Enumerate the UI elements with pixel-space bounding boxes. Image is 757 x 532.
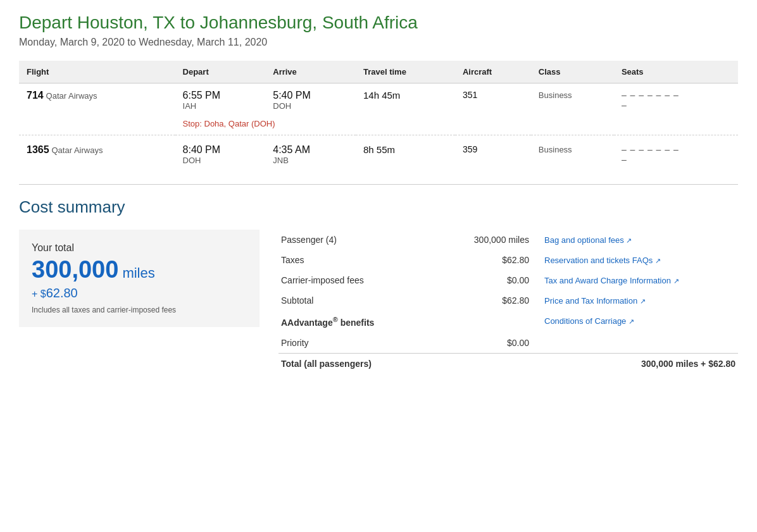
miles-label: miles <box>122 265 154 281</box>
cost-detail-table: Passenger (4) 300,000 miles Bag and opti… <box>278 230 738 374</box>
cost-row-total: Total (all passengers) 300,000 miles + $… <box>278 353 738 374</box>
stop-info-1: Stop: Doha, Qatar (DOH) <box>183 119 275 128</box>
travel-time-1: 14h 45m <box>356 84 455 118</box>
cost-layout: Your total 300,000 miles + $62.80 Includ… <box>19 230 738 374</box>
cost-label-benefits: AAdvantage® benefits <box>278 311 456 333</box>
external-link-icon <box>640 296 646 306</box>
cost-row-benefits-header: AAdvantage® benefits Conditions of Carri… <box>278 311 738 333</box>
class-2: Business <box>531 135 614 172</box>
external-link-icon <box>655 256 661 265</box>
cost-label-subtotal: Subtotal <box>278 290 456 311</box>
col-class: Class <box>531 61 614 84</box>
includes-note: Includes all taxes and carrier-imposed f… <box>32 306 241 314</box>
page-title: Depart Houston, TX to Johannesburg, Sout… <box>19 13 738 33</box>
travel-time-2: 8h 55m <box>356 135 455 172</box>
bag-fees-link[interactable]: Bag and optional fees <box>544 235 632 245</box>
cost-total-panel: Your total 300,000 miles + $62.80 Includ… <box>19 230 260 327</box>
cost-link-subtotal[interactable]: Price and Tax Information <box>532 290 738 311</box>
cost-amount-passenger: 300,000 miles <box>456 230 532 250</box>
cost-amount-priority: $0.00 <box>456 333 532 354</box>
col-aircraft: Aircraft <box>455 61 531 84</box>
cost-link-passenger[interactable]: Bag and optional fees <box>532 230 738 250</box>
cost-amount-subtotal: $62.80 <box>456 290 532 311</box>
cost-amount-carrier-fees: $0.00 <box>456 270 532 290</box>
cost-breakdown: Passenger (4) 300,000 miles Bag and opti… <box>278 230 738 374</box>
depart-cell-1: 6:55 PM IAH <box>175 84 266 118</box>
col-flight: Flight <box>19 61 175 84</box>
miles-row: 300,000 miles <box>32 256 241 283</box>
cost-row-priority: Priority $0.00 <box>278 333 738 354</box>
depart-cell-2: 8:40 PM DOH <box>175 135 266 172</box>
cost-row-passenger: Passenger (4) 300,000 miles Bag and opti… <box>278 230 738 250</box>
external-link-icon <box>629 316 634 326</box>
page-subtitle: Monday, March 9, 2020 to Wednesday, Marc… <box>19 37 738 48</box>
cost-link-taxes[interactable]: Reservation and tickets FAQs <box>532 250 738 270</box>
external-link-icon <box>626 235 632 245</box>
external-link-icon <box>673 276 679 285</box>
cost-row-taxes: Taxes $62.80 Reservation and tickets FAQ… <box>278 250 738 270</box>
seats-1: – – – – – – – – <box>614 84 738 118</box>
col-seats: Seats <box>614 61 738 84</box>
miles-amount: 300,000 <box>32 256 118 283</box>
table-header-row: Flight Depart Arrive Travel time Aircraf… <box>19 61 738 84</box>
arrive-cell-1: 5:40 PM DOH <box>265 84 356 118</box>
tax-award-link[interactable]: Tax and Award Charge Information <box>544 276 679 285</box>
cost-amount-total: 300,000 miles + $62.80 <box>456 353 738 374</box>
aircraft-1: 351 <box>455 84 531 118</box>
cost-summary-section: Cost summary Your total 300,000 miles + … <box>19 197 738 374</box>
cost-label-taxes: Taxes <box>278 250 456 270</box>
flight-number-2: 1365 Qatar Airways <box>19 135 175 172</box>
cost-row-carrier-fees: Carrier-imposed fees $0.00 Tax and Award… <box>278 270 738 290</box>
reservation-faqs-link[interactable]: Reservation and tickets FAQs <box>544 256 661 265</box>
plus-dollars: + $62.80 <box>32 286 241 300</box>
arrive-cell-2: 4:35 AM JNB <box>265 135 356 172</box>
cost-label-carrier-fees: Carrier-imposed fees <box>278 270 456 290</box>
col-arrive: Arrive <box>265 61 356 84</box>
table-row: 714 Qatar Airways 6:55 PM IAH 5:40 PM DO… <box>19 84 738 118</box>
price-tax-info-link[interactable]: Price and Tax Information <box>544 296 646 306</box>
seats-2: – – – – – – – – <box>614 135 738 172</box>
cost-summary-title: Cost summary <box>19 197 738 217</box>
cost-row-subtotal: Subtotal $62.80 Price and Tax Informatio… <box>278 290 738 311</box>
cost-link-carriage[interactable]: Conditions of Carriage <box>532 311 738 333</box>
cost-label-total: Total (all passengers) <box>278 353 456 374</box>
conditions-carriage-link[interactable]: Conditions of Carriage <box>544 316 634 326</box>
stop-row-1: Stop: Doha, Qatar (DOH) <box>19 117 738 135</box>
flight-number-1: 714 Qatar Airways <box>19 84 175 118</box>
cost-label-passenger: Passenger (4) <box>278 230 456 250</box>
aircraft-2: 359 <box>455 135 531 172</box>
table-row: 1365 Qatar Airways 8:40 PM DOH 4:35 AM J… <box>19 135 738 172</box>
col-depart: Depart <box>175 61 266 84</box>
class-1: Business <box>531 84 614 118</box>
col-travel-time: Travel time <box>356 61 455 84</box>
section-divider <box>19 184 738 185</box>
flight-table: Flight Depart Arrive Travel time Aircraf… <box>19 61 738 171</box>
cost-link-carrier-fees[interactable]: Tax and Award Charge Information <box>532 270 738 290</box>
cost-label-priority: Priority <box>278 333 456 354</box>
your-total-label: Your total <box>32 242 241 254</box>
cost-amount-taxes: $62.80 <box>456 250 532 270</box>
